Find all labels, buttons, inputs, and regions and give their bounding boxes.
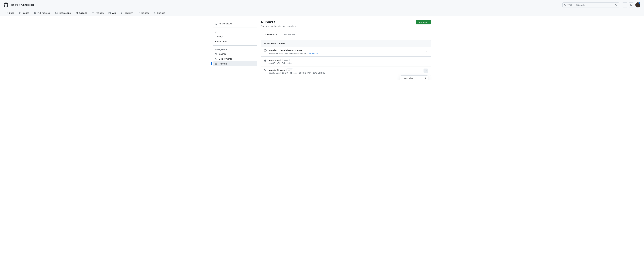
tab-settings[interactable]: Settings bbox=[152, 10, 167, 16]
tab-insights-label: Insights bbox=[141, 12, 149, 14]
gear-icon bbox=[154, 12, 156, 14]
tab-projects-label: Projects bbox=[96, 12, 104, 14]
tab-github-hosted[interactable]: GitHub hosted bbox=[261, 31, 281, 37]
copy-label-menuitem[interactable]: Copy label bbox=[403, 77, 426, 80]
breadcrumb-org[interactable]: actions bbox=[11, 3, 18, 6]
svg-point-25 bbox=[264, 71, 265, 71]
tab-actions-label: Actions bbox=[79, 12, 87, 14]
svg-point-10 bbox=[216, 53, 217, 54]
svg-point-5 bbox=[36, 13, 36, 14]
tab-self-hosted[interactable]: Self hosted bbox=[281, 31, 298, 37]
runners-list: 19 available runners Standard GitHub-hos… bbox=[261, 40, 431, 76]
header-left: actions / runners-list bbox=[4, 2, 34, 7]
sidebar-divider bbox=[213, 27, 257, 28]
sidebar-workflow-codeql[interactable]: CodeQL bbox=[213, 34, 257, 39]
code-icon bbox=[5, 12, 8, 14]
tab-settings-label: Settings bbox=[157, 12, 165, 14]
sidebar-workflow-super-linter[interactable]: Super Linter bbox=[213, 39, 257, 44]
svg-point-15 bbox=[425, 51, 425, 51]
inbox-icon bbox=[630, 4, 632, 6]
git-pull-request-icon bbox=[34, 12, 36, 14]
tab-security[interactable]: Security bbox=[119, 10, 134, 16]
sidebar-all-workflows-label: All workflows bbox=[219, 22, 232, 25]
ubuntu-icon bbox=[264, 68, 267, 71]
content: Runners Runners available to this reposi… bbox=[261, 20, 431, 76]
sidebar-workflow-ci[interactable]: CI bbox=[213, 29, 257, 34]
svg-point-19 bbox=[426, 61, 426, 61]
plus-icon bbox=[624, 4, 626, 6]
svg-point-3 bbox=[34, 12, 35, 12]
sidebar-caches[interactable]: Caches bbox=[213, 51, 257, 56]
runner-actions-button[interactable] bbox=[424, 49, 428, 53]
runner-actions-button[interactable] bbox=[424, 68, 428, 73]
tab-discussions[interactable]: Discussions bbox=[53, 10, 72, 16]
global-header: actions / runners-list Type / to search bbox=[0, 0, 644, 10]
svg-point-4 bbox=[34, 13, 35, 14]
svg-point-18 bbox=[425, 61, 425, 61]
tab-wiki-label: Wiki bbox=[112, 12, 116, 14]
search-kbd: / bbox=[573, 3, 575, 6]
search-input[interactable]: Type / to search bbox=[562, 2, 619, 7]
sidebar-runners[interactable]: Runners bbox=[213, 61, 257, 66]
search-placeholder-prefix: Type bbox=[568, 4, 572, 6]
graph-icon bbox=[138, 12, 140, 14]
svg-point-8 bbox=[154, 12, 155, 13]
runner-name: ubuntu-64-core Label bbox=[268, 68, 422, 71]
svg-point-0 bbox=[564, 4, 566, 5]
sidebar-item-label: Super Linter bbox=[215, 40, 227, 43]
shield-icon bbox=[121, 12, 124, 14]
breadcrumb-repo[interactable]: runners-list bbox=[21, 3, 34, 6]
sidebar-deployments[interactable]: Deployments bbox=[213, 56, 257, 61]
svg-point-16 bbox=[426, 51, 426, 51]
server-icon bbox=[215, 63, 217, 65]
kebab-icon bbox=[424, 60, 427, 62]
sidebar-item-label: CodeQL bbox=[215, 35, 223, 38]
runners-count-header: 19 available runners bbox=[261, 40, 431, 47]
tab-code-label: Code bbox=[9, 12, 14, 14]
tab-issues[interactable]: Issues bbox=[17, 10, 31, 16]
tab-actions[interactable]: Actions bbox=[74, 10, 89, 16]
tab-discussions-label: Discussions bbox=[59, 12, 71, 14]
issue-icon bbox=[19, 12, 22, 14]
rocket-icon bbox=[215, 58, 217, 60]
main: All workflows CI CodeQL Super Linter Man… bbox=[207, 16, 437, 80]
header-divider bbox=[620, 3, 621, 6]
svg-point-28 bbox=[426, 71, 427, 71]
play-circle-icon bbox=[76, 12, 78, 14]
github-logo-icon[interactable] bbox=[4, 2, 8, 7]
svg-point-17 bbox=[426, 51, 427, 51]
svg-point-26 bbox=[425, 71, 425, 71]
notifications-button[interactable] bbox=[629, 2, 634, 7]
sidebar-divider bbox=[213, 45, 257, 46]
apple-icon bbox=[264, 59, 267, 62]
tab-code[interactable]: Code bbox=[4, 10, 16, 16]
search-icon bbox=[564, 4, 566, 6]
create-new-button[interactable] bbox=[622, 2, 627, 7]
new-runner-button[interactable]: New runner bbox=[416, 20, 431, 24]
avatar[interactable] bbox=[635, 2, 640, 7]
sidebar-all-workflows[interactable]: All workflows bbox=[213, 21, 257, 26]
runner-actions-button[interactable] bbox=[424, 59, 428, 63]
sidebar: All workflows CI CodeQL Super Linter Man… bbox=[213, 20, 257, 76]
runner-name: Standard GitHub-hosted runner bbox=[268, 49, 422, 51]
page-title: Runners bbox=[261, 20, 296, 24]
sidebar-item-label: Deployments bbox=[219, 57, 232, 60]
svg-point-27 bbox=[426, 71, 426, 71]
page-subtitle: Runners available to this repository bbox=[261, 25, 296, 27]
learn-more-link[interactable]: Learn more. bbox=[308, 52, 318, 54]
runner-row-mac-hosted: mac-hosted Label macOS · x64 · Self-host… bbox=[261, 57, 431, 66]
svg-point-23 bbox=[266, 70, 266, 70]
tab-pulls-label: Pull requests bbox=[38, 12, 50, 14]
runner-meta: macOS · x64 · Self-hosted bbox=[268, 62, 422, 64]
runner-meta: Ready-to-use runners managed by GitHub. … bbox=[268, 52, 422, 54]
tab-insights[interactable]: Insights bbox=[136, 10, 150, 16]
github-mark-icon bbox=[264, 49, 267, 52]
runner-meta: Ubuntu Latest (22.04) · 64-cores · 256 G… bbox=[268, 72, 422, 74]
tab-pulls[interactable]: Pull requests bbox=[32, 10, 52, 16]
runner-desc: Ready-to-use runners managed by GitHub. bbox=[268, 52, 307, 54]
tab-projects[interactable]: Projects bbox=[90, 10, 106, 16]
cache-icon bbox=[215, 53, 217, 55]
tab-wiki[interactable]: Wiki bbox=[106, 10, 118, 16]
runner-label-pill: Label bbox=[282, 59, 290, 61]
comment-discussion-icon bbox=[55, 12, 58, 14]
